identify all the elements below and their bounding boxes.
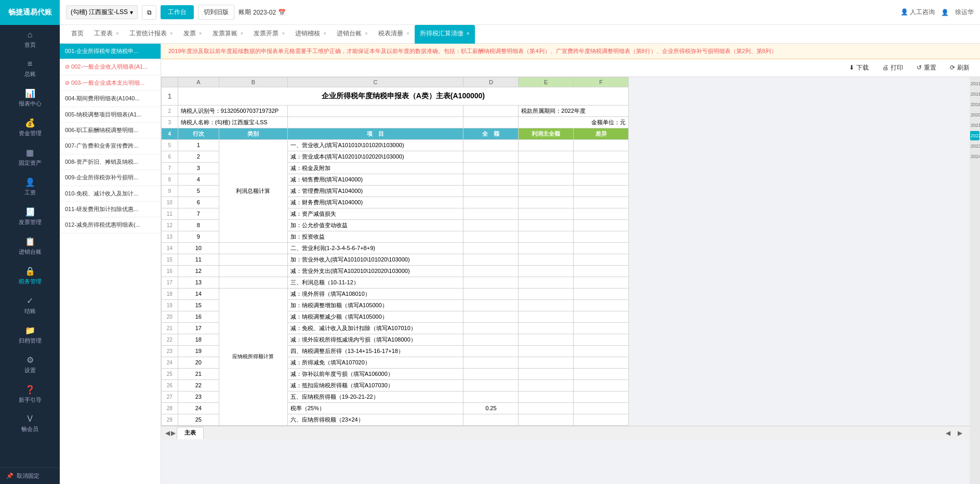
table-row: 5 1 利润总额计算 一、营业收入(填写A101010\101020\10300…: [162, 139, 629, 151]
close-tab-purchase-ledger[interactable]: ×: [365, 31, 368, 36]
sidebar-item-settings[interactable]: ⚙ 设置: [0, 350, 60, 380]
close-tab-salary-stat[interactable]: ×: [170, 31, 173, 36]
list-item-008[interactable]: 008-资产折旧、摊销及纳税...: [60, 154, 161, 170]
tab-salary[interactable]: 工资表×: [89, 25, 124, 44]
list-item-009[interactable]: 009-企业所得税弥补亏损明...: [60, 170, 161, 186]
sidebar-item-member[interactable]: V 畅会员: [0, 409, 60, 438]
scroll-left-icon[interactable]: ◀: [943, 428, 953, 438]
timeline-2016[interactable]: 2016: [970, 89, 979, 99]
tab-purchase-check[interactable]: 进销稽核×: [290, 25, 332, 44]
unpin-label: 取消固定: [17, 472, 39, 480]
sidebar-item-guide[interactable]: ❓ 新手引导: [0, 380, 60, 409]
download-button[interactable]: ⬇ 下载: [846, 62, 872, 74]
col-c-header: C: [287, 77, 463, 87]
workbench-button[interactable]: 工作台: [161, 5, 194, 19]
list-item-004[interactable]: 004-期间费用明细表(A1040...: [60, 91, 161, 107]
refresh-button[interactable]: ⟳ 刷新: [947, 62, 973, 74]
list-item-012[interactable]: 012-减免所得税优惠明细表(...: [60, 217, 161, 233]
timeline-2023[interactable]: 2023: [970, 141, 979, 151]
timeline-2019[interactable]: 2019: [970, 79, 979, 88]
timeline-2021[interactable]: 2021: [970, 121, 979, 130]
list-item-006[interactable]: 006-职工薪酬纳税调整明细...: [60, 123, 161, 138]
tab-income-tax[interactable]: 所得税汇算清缴×: [415, 25, 475, 44]
next-sheet-icon[interactable]: ▶: [171, 429, 176, 437]
toolbar: ⬇ 下载 🖨 打印 ↺ 重置 ⟳ 刷新: [161, 59, 980, 77]
tax-icon: 🔒: [25, 266, 35, 276]
sheet-navigation: ◀ ▶: [943, 428, 965, 438]
sidebar-item-home[interactable]: ⌂ 首页: [0, 25, 60, 54]
list-item-010[interactable]: 010-免税、减计收入及加计...: [60, 186, 161, 202]
guide-icon: ❓: [25, 385, 35, 395]
sidebar-label-tax: 税务管理: [19, 278, 42, 285]
switch-old-button[interactable]: 切到旧版: [198, 5, 234, 20]
sidebar-item-tax[interactable]: 🔒 税务管理: [0, 261, 60, 291]
warning-bar: 2019年度涉及取以前年度延续数据的申报表单元格需要手工维护正确，才能保证本年及…: [161, 44, 980, 59]
sidebar-label-settings: 设置: [24, 367, 36, 374]
close-tab-invoice-open[interactable]: ×: [282, 31, 285, 36]
member-icon: V: [27, 414, 33, 424]
sidebar-item-invoice[interactable]: 🧾 发票管理: [0, 202, 60, 231]
table-row: 15 11 加：营业外收入(填写A101010\101020\103000): [162, 254, 629, 265]
sidebar-label-member: 畅会员: [21, 425, 38, 433]
tax-period-label: 税款所属期间：2022年度: [519, 105, 629, 116]
list-item-005[interactable]: 005-纳税调整项目明细表(A1...: [60, 107, 161, 123]
list-item-002[interactable]: 002-一般企业收入明细表(A1...: [60, 59, 161, 75]
close-tab-invoice-calc[interactable]: ×: [241, 31, 244, 36]
list-item-011[interactable]: 011-研发费用加计扣除优惠...: [60, 202, 161, 217]
close-tab-tax-report[interactable]: ×: [406, 31, 409, 36]
sidebar-item-finance[interactable]: 💰 资金管理: [0, 113, 60, 142]
unpin-button[interactable]: 📌 取消固定: [0, 468, 60, 484]
reset-button[interactable]: ↺ 重置: [913, 62, 939, 74]
copy-button[interactable]: ⧉: [142, 5, 156, 20]
col-e-header: E: [519, 77, 574, 87]
tab-invoice-calc[interactable]: 发票算账×: [207, 25, 249, 44]
timeline-2022[interactable]: 2022: [970, 131, 979, 140]
tab-invoice[interactable]: 发票×: [178, 25, 207, 44]
topbar-right: 👤 人工咨询 👤 徐运华: [900, 8, 974, 17]
archive-icon: 📁: [25, 325, 35, 335]
sidebar-label-home: 首页: [24, 41, 36, 49]
tab-salary-stat[interactable]: 工资统计报表×: [124, 25, 178, 44]
timeline-2020[interactable]: 2020: [970, 110, 979, 120]
timeline-2024[interactable]: 2024: [970, 152, 979, 161]
table-row: 18 14 应纳税所得额计算 减：境外所得（填写A108010）: [162, 288, 629, 299]
taxpayer-id-label: 纳税人识别号：91320500703719732P: [178, 105, 287, 116]
close-tab-invoice[interactable]: ×: [199, 31, 202, 36]
header-profit: 利润主全额: [519, 128, 574, 139]
calendar-icon[interactable]: 📅: [278, 9, 286, 16]
ledger-icon: ≡: [28, 59, 32, 69]
close-tab-purchase-check[interactable]: ×: [323, 31, 326, 36]
row-num-header: [162, 77, 178, 87]
list-item-001[interactable]: 001-企业所得税年度纳税申...: [60, 44, 161, 59]
sheet-main[interactable]: A B C D E F 1 企业所: [161, 77, 970, 485]
sidebar-item-salary[interactable]: 👤 工资: [0, 172, 60, 202]
list-item-007[interactable]: 007-广告费和业务宣传费跨...: [60, 138, 161, 154]
tab-home[interactable]: 首页: [66, 25, 89, 44]
sidebar-item-close[interactable]: ✓ 结账: [0, 291, 60, 320]
close-tab-income-tax[interactable]: ×: [467, 31, 470, 36]
prev-sheet-icon[interactable]: ◀: [165, 429, 170, 437]
close-tab-salary[interactable]: ×: [116, 31, 119, 36]
sidebar-item-purchase-sales[interactable]: 📋 进销台账: [0, 231, 60, 261]
line-1: 1: [178, 139, 219, 151]
main-area: (勾稽) 江西服宝-LSS ▾ ⧉ 工作台 切到旧版 账期 2023-02 📅 …: [60, 0, 980, 484]
list-item-003[interactable]: 003-一般企业成本支出明细...: [60, 75, 161, 91]
timeline-2018[interactable]: 2018: [970, 100, 979, 109]
tab-invoice-open[interactable]: 发票开票×: [248, 25, 290, 44]
company-selector[interactable]: (勾稽) 江西服宝-LSS ▾: [66, 5, 138, 19]
sidebar-item-assets[interactable]: ▦ 固定资产: [0, 142, 60, 172]
print-button[interactable]: 🖨 打印: [879, 62, 906, 74]
finance-icon: 💰: [25, 118, 35, 128]
scroll-right-icon[interactable]: ▶: [955, 428, 965, 438]
sidebar-label-close: 结账: [24, 307, 36, 315]
sheet-tab-main[interactable]: 主表: [177, 427, 204, 439]
sidebar-item-report[interactable]: 📊 报表中心: [0, 83, 60, 113]
sidebar-label-ledger: 总账: [24, 70, 36, 78]
sidebar-item-ledger[interactable]: ≡ 总账: [0, 54, 60, 83]
download-icon: ⬇: [849, 64, 854, 71]
user-query-button[interactable]: 👤 人工咨询: [900, 8, 935, 17]
tab-purchase-ledger[interactable]: 进销台账×: [332, 25, 373, 44]
right-panel: 2019年度涉及取以前年度延续数据的申报表单元格需要手工维护正确，才能保证本年及…: [161, 44, 980, 484]
sidebar-item-archive[interactable]: 📁 归档管理: [0, 320, 60, 350]
tab-tax-report[interactable]: 税表清册×: [373, 25, 415, 44]
